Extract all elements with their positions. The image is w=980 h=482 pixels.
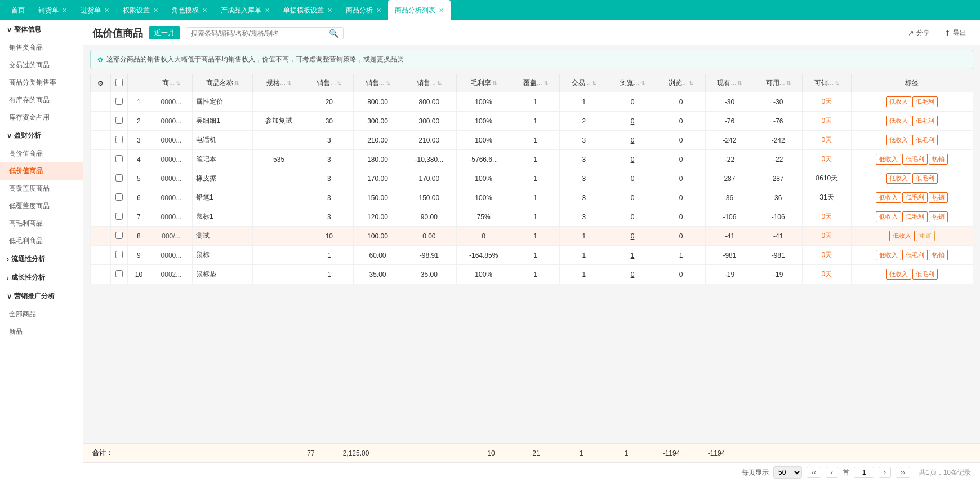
browse1-link[interactable]: 0 [631,136,635,144]
select-all-checkbox[interactable] [115,79,123,86]
sidebar-item-low-value[interactable]: 低价值商品 [0,162,83,180]
cell-checkbox[interactable] [111,131,128,150]
sidebar-item-stock-products[interactable]: 有库存的商品 [0,91,83,109]
nav-home[interactable]: 首页 [5,0,32,20]
nav-permission-settings[interactable]: 权限设置 ✕ [116,0,165,20]
sort-available-icon[interactable]: ⇅ [786,80,791,86]
nav-purchase-order[interactable]: 进货单 ✕ [74,0,116,20]
cell-browse1[interactable]: 0 [608,92,657,112]
cell-browse1[interactable]: 1 [608,246,657,265]
first-page-button[interactable]: ‹‹ [807,467,821,478]
sort-current-icon[interactable]: ⇅ [737,80,742,86]
sidebar-item-inventory-capital[interactable]: 库存资金占用 [0,109,83,126]
sort-browse1-icon[interactable]: ⇅ [640,80,645,86]
browse1-link[interactable]: 0 [631,156,635,163]
sort-sales-qty-icon[interactable]: ⇅ [337,80,341,86]
close-product-analysis-icon[interactable]: ✕ [376,7,381,14]
cell-checkbox[interactable] [111,150,128,169]
cell-checkbox[interactable] [111,227,128,246]
cell-checkbox[interactable] [111,246,128,265]
sidebar-item-low-margin[interactable]: 低毛利商品 [0,232,83,250]
sort-gross-rate-icon[interactable]: ⇅ [492,80,497,86]
cell-browse1[interactable]: 0 [608,150,657,169]
col-browse1[interactable]: 浏览...⇅ [608,74,657,92]
sidebar-item-low-coverage[interactable]: 低覆盖度商品 [0,197,83,215]
search-icon[interactable]: 🔍 [329,29,338,38]
sidebar-item-category-sales-rate[interactable]: 商品分类销售率 [0,74,83,91]
cell-browse1[interactable]: 0 [608,131,657,150]
page-number-input[interactable] [854,467,874,478]
col-current[interactable]: 现有...⇅ [705,74,754,92]
sidebar-item-all-products[interactable]: 全部商品 [0,306,83,323]
col-transactions[interactable]: 交易...⇅ [560,74,608,92]
col-sales-qty[interactable]: 销售...⇅ [305,74,353,92]
nav-product-analysis[interactable]: 商品分析 ✕ [339,0,388,20]
close-role-auth-icon[interactable]: ✕ [202,7,207,14]
close-template-settings-icon[interactable]: ✕ [327,7,332,14]
row-checkbox[interactable] [115,155,123,162]
row-checkbox[interactable] [115,232,123,239]
browse1-link[interactable]: 0 [631,98,635,106]
export-button[interactable]: ⬆ 导出 [940,26,971,40]
sort-browse2-icon[interactable]: ⇅ [689,80,693,86]
cell-checkbox[interactable] [111,92,128,112]
filter-recent-month-button[interactable]: 近一月 [149,26,180,39]
sidebar-item-sales-products[interactable]: 销售类商品 [0,39,83,56]
row-checkbox[interactable] [115,136,123,143]
nav-role-auth[interactable]: 角色授权 ✕ [165,0,214,20]
row-checkbox[interactable] [115,174,123,182]
cell-checkbox[interactable] [111,112,128,131]
last-page-button[interactable]: ›› [896,467,910,478]
close-purchase-order-icon[interactable]: ✕ [104,7,109,14]
col-settings[interactable]: ⚙ [91,74,111,92]
col-available[interactable]: 可用...⇅ [754,74,803,92]
search-input[interactable] [191,29,327,37]
sort-spec-icon[interactable]: ⇅ [287,80,291,86]
close-permission-settings-icon[interactable]: ✕ [153,7,158,14]
col-coverage[interactable]: 覆盖...⇅ [511,74,559,92]
cell-browse1[interactable]: 0 [608,188,657,207]
close-product-analysis-list-icon[interactable]: ✕ [439,7,444,14]
sidebar-item-high-coverage[interactable]: 高覆盖度商品 [0,180,83,197]
row-checkbox[interactable] [115,270,123,277]
sidebar-item-traded-products[interactable]: 交易过的商品 [0,56,83,74]
cell-browse1[interactable]: 0 [608,169,657,188]
sidebar-group-marketing[interactable]: ∨ 营销推广分析 [0,287,83,306]
browse1-link[interactable]: 0 [631,213,635,221]
nav-product-analysis-list[interactable]: 商品分析列表 ✕ [388,0,451,20]
cell-browse1[interactable]: 0 [608,207,657,227]
cell-checkbox[interactable] [111,169,128,188]
cell-browse1[interactable]: 0 [608,112,657,131]
cell-checkbox[interactable] [111,188,128,207]
share-button[interactable]: ↗ 分享 [903,26,934,40]
per-page-select[interactable]: 50 100 200 [773,466,802,479]
row-checkbox[interactable] [115,213,123,220]
sort-transactions-icon[interactable]: ⇅ [592,80,596,86]
sidebar-group-profit[interactable]: ∨ 盈财分析 [0,126,83,145]
sidebar-group-circulation[interactable]: › 流通性分析 [0,250,83,268]
row-checkbox[interactable] [115,117,123,124]
sort-coverage-icon[interactable]: ⇅ [544,80,548,86]
browse1-link[interactable]: 0 [631,175,635,183]
col-sales-avg[interactable]: 销售...⇅ [402,74,456,92]
sort-sales-avg-icon[interactable]: ⇅ [437,80,442,86]
cell-browse1[interactable]: 0 [608,227,657,246]
row-checkbox[interactable] [115,98,123,105]
browse1-link[interactable]: 0 [631,117,635,125]
col-browse2[interactable]: 浏览...⇅ [657,74,705,92]
browse1-link[interactable]: 0 [631,194,635,202]
cell-checkbox[interactable] [111,207,128,227]
col-sellable[interactable]: 可销...⇅ [803,74,851,92]
sidebar-item-high-value[interactable]: 高价值商品 [0,145,83,162]
row-checkbox[interactable] [115,251,123,258]
col-sales-amount[interactable]: 销售...⇅ [353,74,402,92]
nav-template-settings[interactable]: 单据模板设置 ✕ [277,0,339,20]
browse1-link[interactable]: 0 [631,271,635,278]
cell-checkbox[interactable] [111,265,128,284]
sort-name-icon[interactable]: ⇅ [234,80,239,86]
next-page-button[interactable]: › [879,467,891,478]
sidebar-group-overall[interactable]: ∨ 整体信息 [0,20,83,39]
browse1-link[interactable]: 0 [631,232,635,240]
prev-page-button[interactable]: ‹ [826,467,838,478]
close-production-order-icon[interactable]: ✕ [265,7,270,14]
